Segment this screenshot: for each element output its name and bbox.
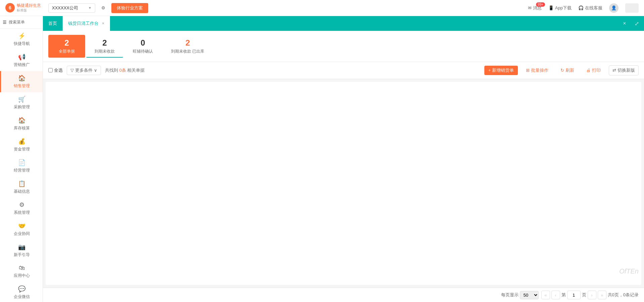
tab-close-icon[interactable]: × (102, 21, 104, 26)
sidebar-label-7: 基础信息 (14, 189, 30, 194)
select-all-checkbox[interactable]: 全选 (48, 67, 63, 73)
sidebar-item-enterprise[interactable]: 🤝 企业协同 (0, 219, 43, 240)
tab-home[interactable]: 首页 (43, 16, 63, 31)
sidebar-label-1: 营销推广 (14, 62, 30, 68)
stat-label-shipped: 到期未收款 已出库 (171, 49, 204, 54)
sidebar-label-11: 应用中心 (14, 273, 30, 279)
filter-button[interactable]: ▽ 更多条件 ∨ (67, 66, 101, 75)
content-area: 2 全部单据 2 到期未收款 0 旺辅待确认 2 到期未收款 已出库 (43, 31, 644, 302)
stat-card-pending[interactable]: 0 旺辅待确认 (124, 35, 162, 58)
message-badge: 99+ (536, 2, 545, 7)
avatar[interactable]: 👤 (609, 3, 619, 13)
stat-num-pending: 0 (141, 38, 145, 48)
tab-home-label: 首页 (48, 20, 57, 26)
sidebar-label-5: 资金管理 (14, 146, 30, 152)
last-page-button[interactable]: » (598, 291, 606, 299)
per-page-label: 每页显示 (501, 292, 519, 298)
sidebar-item-wechat[interactable]: 💬 企业微信 (0, 282, 43, 302)
switch-version-button[interactable]: ⇄ 切换新版 (609, 65, 639, 75)
batch-operation-button[interactable]: ⊞ 批量操作 (522, 66, 552, 75)
add-sales-order-button[interactable]: + 新增销货单 (484, 66, 518, 75)
stat-label-all: 全部单据 (59, 49, 75, 54)
sidebar-item-marketing[interactable]: 📢 营销推广 (0, 50, 43, 71)
avatar-extra[interactable] (625, 3, 639, 13)
batch-label: 批量操作 (531, 67, 548, 73)
sidebar-item-operations[interactable]: 📄 经营管理 (0, 156, 43, 177)
result-text: 共找到 0条 相关单据 (105, 67, 145, 73)
tab-work-bench[interactable]: 钱货日清工作台 × (63, 16, 110, 31)
sidebar-item-purchase[interactable]: 🛒 采购管理 (0, 92, 43, 113)
app-download-label: App下载 (555, 5, 572, 11)
per-page-select[interactable]: 50 10 20 100 (520, 291, 539, 299)
inventory-icon: 🏠 (18, 117, 25, 124)
sidebar-item-sales[interactable]: 🏠 销售管理 (0, 71, 43, 92)
stats-row: 2 全部单据 2 到期未收款 0 旺辅待确认 2 到期未收款 已出库 (43, 31, 644, 62)
sidebar-item-basic-info[interactable]: 📋 基础信息 (0, 177, 43, 198)
sidebar-label-3: 采购管理 (14, 104, 30, 110)
system-icon: ⚙ (19, 201, 24, 208)
search-menu-label: 搜索菜单 (9, 19, 25, 25)
sidebar-item-inventory[interactable]: 🏠 库存核算 (0, 113, 43, 134)
sidebar-item-finance[interactable]: 💰 资金管理 (0, 134, 43, 156)
top-bar: 6 畅捷通好生意 标准版 XXXXXX公司 ▼ ⚙ 体验行业方案 ✉ 消息 99… (0, 0, 644, 16)
logo-area: 6 畅捷通好生意 标准版 (5, 3, 48, 12)
result-suffix: 相关单据 (127, 68, 145, 73)
main-content: 首页 钱货日清工作台 × × ⤢ 2 全部单据 2 到期未收款 (43, 16, 644, 302)
table-area (46, 82, 641, 285)
message-button[interactable]: ✉ 消息 99+ (528, 5, 542, 11)
page-number-input[interactable] (567, 291, 581, 299)
select-all-input[interactable] (48, 68, 53, 72)
refresh-button[interactable]: ↻ 刷新 (556, 66, 578, 75)
stat-card-shipped[interactable]: 2 到期未收款 已出库 (162, 35, 213, 58)
next-page-button[interactable]: › (588, 291, 596, 299)
sidebar-item-app-center[interactable]: 🛍 应用中心 (0, 261, 43, 282)
sidebar-label-8: 系统管理 (14, 210, 30, 216)
filter-chevron-icon: ∨ (94, 68, 97, 73)
company-name: XXXXXX公司 (52, 5, 87, 11)
tab-minimize-button[interactable]: × (620, 19, 629, 28)
search-icon: ☰ (3, 20, 7, 25)
logo-sub: 标准版 (17, 8, 41, 13)
sidebar-item-quick-nav[interactable]: ⚡ 快捷导航 (0, 29, 43, 50)
stat-card-all[interactable]: 2 全部单据 (48, 35, 85, 58)
app-download-button[interactable]: 📱 App下载 (548, 5, 572, 11)
tab-bar: 首页 钱货日清工作台 × × ⤢ (43, 16, 644, 31)
settings-button[interactable]: ⚙ (98, 3, 109, 13)
print-icon: 🖨 (586, 68, 591, 73)
filter-label: 更多条件 (75, 67, 93, 73)
stat-card-overdue[interactable]: 2 到期未收款 (86, 35, 123, 58)
prev-page-button[interactable]: ‹ (551, 291, 560, 299)
result-count: 0条 (119, 68, 126, 73)
refresh-label: 刷新 (566, 67, 574, 73)
sidebar-label-4: 库存核算 (14, 125, 30, 131)
sidebar-label-10: 新手引导 (14, 252, 30, 258)
online-service-button[interactable]: 🎧 在线客服 (578, 5, 602, 11)
operations-icon: 📄 (18, 159, 25, 166)
refresh-icon: ↻ (560, 68, 564, 73)
trial-btn[interactable]: 体验行业方案 (111, 3, 148, 13)
app-center-icon: 🛍 (19, 264, 25, 271)
sidebar: ☰ 搜索菜单 ⚡ 快捷导航 📢 营销推广 🏠 销售管理 🛒 采购管理 🏠 库存核… (0, 16, 43, 302)
pagination-bar: 每页显示 50 10 20 100 « ‹ 第 页 › » 共 (43, 288, 644, 302)
result-prefix: 共找到 (105, 68, 118, 73)
message-icon: ✉ (528, 5, 532, 10)
tab-actions: × ⤢ (620, 19, 644, 28)
first-page-button[interactable]: « (541, 291, 550, 299)
chevron-down-icon: ▼ (88, 6, 92, 10)
print-button[interactable]: 🖨 打印 (582, 66, 605, 75)
logo-icon: 6 (5, 3, 15, 12)
stat-num-shipped: 2 (185, 38, 190, 48)
tab-expand-button[interactable]: ⤢ (632, 19, 641, 28)
stat-label-pending: 旺辅待确认 (133, 49, 153, 54)
company-selector[interactable]: XXXXXX公司 ▼ (48, 3, 95, 13)
wechat-icon: 💬 (18, 285, 25, 293)
stat-label-overdue: 到期未收款 (95, 49, 115, 54)
sidebar-item-system[interactable]: ⚙ 系统管理 (0, 198, 43, 219)
sidebar-item-guide[interactable]: 📷 新手引导 (0, 240, 43, 261)
search-menu-item[interactable]: ☰ 搜索菜单 (0, 16, 43, 29)
sales-icon: 🏠 (18, 74, 25, 82)
app-download-icon: 📱 (548, 5, 554, 10)
filter-icon: ▽ (70, 68, 74, 73)
marketing-icon: 📢 (18, 53, 25, 61)
per-page-selector: 每页显示 50 10 20 100 (501, 291, 539, 299)
